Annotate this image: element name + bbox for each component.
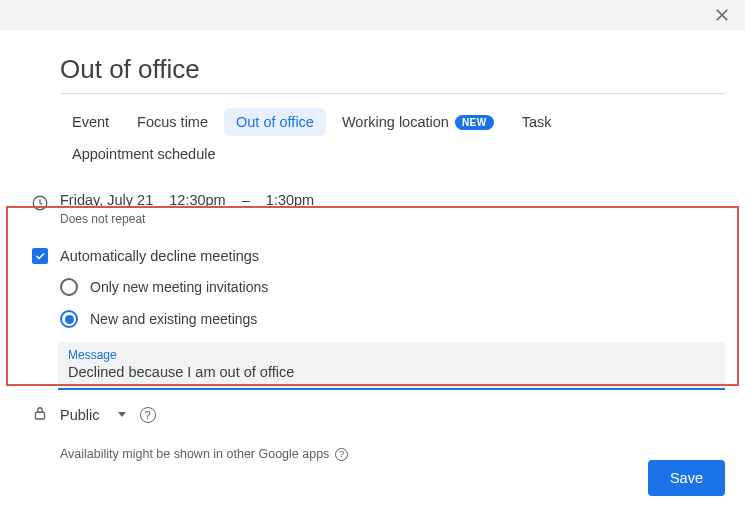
help-icon[interactable]: ?: [140, 407, 156, 423]
new-badge: NEW: [455, 115, 494, 130]
availability-note-text: Availability might be shown in other Goo…: [60, 447, 329, 461]
auto-decline-label: Automatically decline meetings: [60, 248, 259, 264]
radio-new-existing[interactable]: New and existing meetings: [60, 310, 725, 328]
tab-working-location[interactable]: Working location NEW: [330, 108, 506, 136]
visibility-value: Public: [60, 407, 100, 423]
save-button[interactable]: Save: [648, 460, 725, 496]
clock-icon: [31, 194, 49, 215]
lock-icon: [31, 404, 49, 425]
radio-new-existing-label: New and existing meetings: [90, 311, 257, 327]
tab-out-of-office[interactable]: Out of office: [224, 108, 326, 136]
date-sep: –: [242, 192, 250, 208]
page-title: Out of office: [60, 54, 725, 85]
radio-only-new[interactable]: Only new meeting invitations: [60, 278, 725, 296]
date-day: Friday, July 21: [60, 192, 153, 208]
date-start: 12:30pm: [169, 192, 225, 208]
radio-icon: [60, 278, 78, 296]
tab-event[interactable]: Event: [60, 108, 121, 136]
tab-task[interactable]: Task: [510, 108, 564, 136]
date-end: 1:30pm: [266, 192, 314, 208]
message-label: Message: [68, 348, 715, 362]
visibility-select[interactable]: Public: [60, 407, 126, 423]
repeat-label[interactable]: Does not repeat: [60, 212, 725, 226]
radio-only-new-label: Only new meeting invitations: [90, 279, 268, 295]
auto-decline-checkbox[interactable]: [32, 248, 48, 264]
decline-message-field[interactable]: Message: [58, 342, 725, 390]
tabs: Event Focus time Out of office Working l…: [60, 94, 725, 176]
help-icon[interactable]: ?: [335, 448, 348, 461]
close-icon[interactable]: [713, 6, 731, 24]
tab-working-location-label: Working location: [342, 114, 449, 130]
radio-icon: [60, 310, 78, 328]
date-time-line[interactable]: Friday, July 21 12:30pm – 1:30pm: [60, 192, 725, 208]
tab-appointment-schedule[interactable]: Appointment schedule: [60, 140, 228, 168]
decline-message-input[interactable]: [68, 362, 715, 380]
svg-rect-1: [36, 412, 45, 419]
tab-focus-time[interactable]: Focus time: [125, 108, 220, 136]
chevron-down-icon: [118, 412, 126, 417]
